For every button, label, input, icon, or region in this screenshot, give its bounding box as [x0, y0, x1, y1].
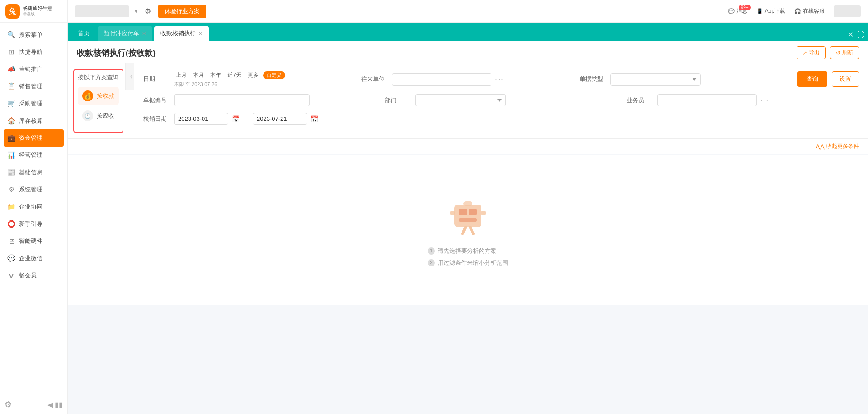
sidebar-label-hardware: 智能硬件: [19, 237, 42, 245]
close-tab-action-btn[interactable]: ✕: [848, 30, 854, 39]
collapse-more-bar[interactable]: ⋀⋀ 收起更多条件: [68, 139, 868, 154]
tab-prepay-label: 预付冲应付单: [104, 29, 139, 38]
sidebar-item-sales[interactable]: 📋 销售管理: [0, 78, 67, 95]
sidebar-item-marketing[interactable]: 📣 营销推广: [0, 61, 67, 78]
calendar-start-icon[interactable]: 📅: [232, 115, 240, 123]
purchase-icon: 🛒: [7, 100, 15, 108]
filter-option-by-receivable[interactable]: 🕐 按应收: [78, 107, 119, 125]
sidebar-item-member[interactable]: V 畅会员: [0, 267, 67, 284]
filter-field-counterparty: 往来单位 ···: [361, 73, 570, 86]
sidebar-item-inventory[interactable]: 🏠 库存核算: [0, 112, 67, 129]
tab-writeoff[interactable]: 收款核销执行 ✕: [154, 26, 209, 41]
nav-tabs-actions: ✕ ⛶: [848, 30, 864, 41]
date-dash: —: [243, 115, 249, 122]
empty-illustration: [441, 191, 495, 236]
sidebar-label-system: 系统管理: [19, 186, 42, 194]
hint-text-1: 请先选择要分析的方案: [438, 245, 496, 257]
tab-prepay-close-icon[interactable]: ✕: [142, 31, 146, 37]
member-icon: V: [7, 272, 15, 280]
sidebar-item-system[interactable]: ⚙ 系统管理: [0, 181, 67, 198]
sidebar-item-guide[interactable]: ⭕ 新手引导: [0, 215, 67, 233]
date-last-7-days[interactable]: 近7天: [226, 71, 243, 80]
collapse-sidebar-icon[interactable]: ◀ ▮▮: [47, 400, 63, 409]
user-avatar: [834, 5, 861, 17]
date-last-month[interactable]: 上月: [174, 71, 189, 80]
wechat-icon: 💬: [7, 254, 15, 262]
collapse-up-icon: ⋀⋀: [816, 143, 825, 150]
query-btn[interactable]: 查询: [797, 71, 827, 87]
filter-field-date: 日期 上月 本月 本年 近7天 更多 自定义 不限 至 2023-07-26: [143, 71, 352, 88]
message-icon: 💬: [728, 8, 735, 14]
svg-rect-5: [481, 211, 486, 215]
topbar-right: 💬 消息 99+ 📱 App下载 🎧 在线客服: [728, 5, 861, 17]
message-btn[interactable]: 💬 消息 99+: [728, 7, 747, 15]
writeoff-date-label: 核销日期: [143, 115, 170, 123]
page-header: 收款核销执行(按收款) ↗ 导出 ↺ 刷新: [68, 41, 868, 63]
sidebar-item-collab[interactable]: 📁 企业协同: [0, 198, 67, 215]
sidebar-item-finance[interactable]: 💼 资金管理: [4, 129, 64, 147]
export-icon: ↗: [802, 50, 807, 56]
dropdown-chevron-icon[interactable]: ▾: [135, 8, 137, 14]
empty-state: 1 请先选择要分析的方案 2 用过滤条件来缩小分析范围: [68, 155, 868, 305]
sidebar-item-basic-info[interactable]: 📰 基础信息: [0, 164, 67, 181]
sidebar-item-search[interactable]: 🔍 搜索菜单: [0, 26, 67, 43]
writeoff-date-start-input[interactable]: [174, 113, 228, 125]
mobile-icon: 📱: [756, 8, 763, 14]
svg-point-8: [463, 201, 472, 206]
sidebar-label-purchase: 采购管理: [19, 100, 42, 108]
svg-rect-2: [469, 209, 477, 215]
app-download-btn[interactable]: 📱 App下载: [756, 7, 785, 15]
tab-prepay[interactable]: 预付冲应付单 ✕: [98, 26, 152, 41]
refresh-btn[interactable]: ↺ 刷新: [830, 46, 859, 59]
service-label: 在线客服: [803, 7, 825, 15]
date-this-month[interactable]: 本月: [191, 71, 206, 80]
date-custom-badge[interactable]: 自定义: [263, 71, 285, 79]
counterparty-input[interactable]: [392, 73, 491, 86]
sales-icon: 📋: [7, 82, 15, 90]
tab-home[interactable]: 首页: [71, 26, 96, 41]
message-badge: 99+: [739, 5, 751, 10]
staff-dots-btn[interactable]: ···: [760, 96, 769, 105]
date-more[interactable]: 更多: [246, 71, 260, 80]
main-area: ▾ ⚙ 休验行业方案 💬 消息 99+ 📱 App下载 🎧 在线客服 首页: [68, 0, 868, 414]
operation-icon: 📊: [7, 151, 15, 159]
expand-tab-action-btn[interactable]: ⛶: [857, 31, 864, 39]
grid-icon: ⊞: [7, 48, 15, 56]
date-no-limit: 不限 至 2023-07-26: [174, 81, 285, 88]
setting-btn[interactable]: 设置: [832, 71, 859, 87]
sidebar-label-basic-info: 基础信息: [19, 168, 42, 176]
filter-option-by-receipt[interactable]: 💰 按收款: [78, 87, 119, 105]
online-service-btn[interactable]: 🎧 在线客服: [794, 7, 825, 15]
nav-tabs-container: 首页 预付冲应付单 ✕ 收款核销执行 ✕ ✕ ⛶: [68, 23, 868, 41]
date-this-year[interactable]: 本年: [208, 71, 223, 80]
sidebar-label-wechat: 企业微信: [19, 254, 42, 262]
sidebar-item-operation[interactable]: 📊 经营管理: [0, 147, 67, 164]
sidebar-item-purchase[interactable]: 🛒 采购管理: [0, 95, 67, 112]
settings-icon[interactable]: ⚙: [5, 400, 12, 409]
filter-sidebar-collapse-btn[interactable]: 《: [125, 63, 134, 90]
counterparty-dots-btn[interactable]: ···: [495, 75, 504, 83]
calendar-end-icon[interactable]: 📅: [311, 115, 318, 123]
filter-field-doc-type: 单据类型: [580, 73, 788, 86]
filter-row-2: 单据编号 部门 业务员 ···: [143, 94, 859, 106]
sidebar-item-wechat[interactable]: 💬 企业微信: [0, 250, 67, 267]
date-label: 日期: [143, 75, 170, 83]
dept-select[interactable]: [415, 94, 506, 106]
doc-type-select[interactable]: [610, 73, 701, 86]
sidebar-item-hardware[interactable]: 🖥 智能硬件: [0, 233, 67, 250]
settings-gear-icon[interactable]: ⚙: [145, 7, 151, 15]
doc-number-input[interactable]: [174, 94, 310, 106]
export-btn[interactable]: ↗ 导出: [797, 46, 826, 59]
staff-input[interactable]: [657, 94, 757, 106]
app-edition: 标准版: [23, 11, 52, 17]
empty-hint-1: 1 请先选择要分析的方案: [428, 245, 508, 257]
tab-writeoff-label: 收款核销执行: [160, 29, 196, 38]
writeoff-date-end-input[interactable]: [253, 113, 307, 125]
tab-writeoff-close-icon[interactable]: ✕: [198, 31, 203, 37]
hardware-icon: 🖥: [7, 238, 15, 245]
sidebar-item-quick-nav[interactable]: ⊞ 快捷导航: [0, 43, 67, 61]
topbar: ▾ ⚙ 休验行业方案 💬 消息 99+ 📱 App下载 🎧 在线客服: [68, 0, 868, 23]
sidebar-label-sales: 销售管理: [19, 82, 42, 90]
industry-btn[interactable]: 休验行业方案: [158, 5, 206, 18]
guide-icon: ⭕: [7, 220, 15, 228]
